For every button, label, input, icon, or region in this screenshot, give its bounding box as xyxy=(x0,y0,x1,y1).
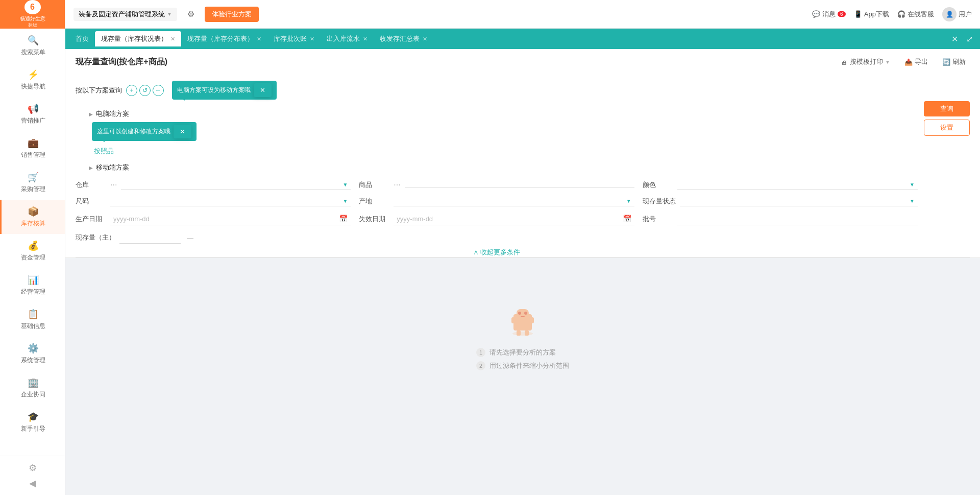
tabs-bar: 首页 现存量（库存状况表） ✕ 现存量（库存分布表） ✕ 库存批次账 ✕ 出入库… xyxy=(65,29,980,49)
sidebar-item-operations[interactable]: 📊 经营管理 xyxy=(0,268,65,302)
query-button[interactable]: 查询 xyxy=(924,101,970,116)
product-label: 商品 xyxy=(359,180,389,190)
scheme-item[interactable]: 按照品 xyxy=(82,143,918,159)
logo-sub: 标版 xyxy=(28,22,37,29)
stock-main-dash: — xyxy=(187,234,193,242)
sidebar-item-search[interactable]: 🔍 搜索菜单 xyxy=(0,29,65,63)
produce-date-input[interactable]: yyyy-mm-dd 📅 xyxy=(110,213,351,225)
print-icon: 🖨 xyxy=(841,58,848,66)
scheme-tree-area: ▶ 电脑端方案 这里可以创建和修改方案哦 ✕ xyxy=(76,106,918,176)
color-select[interactable]: ▼ xyxy=(677,180,918,190)
pc-scheme-tooltip-close[interactable]: ✕ xyxy=(254,83,272,97)
step-1-text: 请先选择要分析的方案 xyxy=(489,348,556,357)
filter-header-actions: + ↺ ← xyxy=(126,85,164,96)
sidebar-item-finance[interactable]: 💰 资金管理 xyxy=(0,234,65,268)
color-arrow-icon: ▼ xyxy=(910,182,915,187)
product-select[interactable] xyxy=(405,183,634,187)
warehouse-dots[interactable]: ··· xyxy=(110,180,117,190)
tab-inventory-dist-close[interactable]: ✕ xyxy=(257,36,261,42)
finance-icon: 💰 xyxy=(28,240,39,251)
search-icon: 🔍 xyxy=(28,35,39,46)
scheme-item-label: 按照品 xyxy=(94,147,114,156)
sidebar-item-quicknav[interactable]: ⚡ 快捷导航 xyxy=(0,63,65,97)
avatar: 👤 xyxy=(942,7,957,21)
refresh-scheme-icon[interactable]: ↺ xyxy=(139,85,151,96)
tab-home-label: 首页 xyxy=(76,35,89,42)
tab-batch-ledger[interactable]: 库存批次账 ✕ xyxy=(267,31,321,46)
add-scheme-icon[interactable]: + xyxy=(126,85,137,96)
pc-scheme-tree-item[interactable]: ▶ 电脑端方案 xyxy=(82,106,918,122)
tab-close-all-icon[interactable]: ✕ xyxy=(948,32,961,46)
user-menu[interactable]: 👤 用户 xyxy=(942,7,972,21)
edit-scheme-tooltip-close[interactable]: ✕ xyxy=(174,125,191,138)
collapse-more[interactable]: ∧ 收起更多条件 xyxy=(76,244,918,257)
sidebar-item-enterprise[interactable]: 🏢 企业协同 xyxy=(0,371,65,405)
message-label: 消息 xyxy=(822,10,836,19)
tab-receipt-summary[interactable]: 收发存汇总表 ✕ xyxy=(374,31,433,46)
sidebar-item-guide[interactable]: 🎓 新手引导 xyxy=(0,405,65,439)
system-selector[interactable]: 装备及固定资产辅助管理系统 ▼ xyxy=(74,8,177,21)
sidebar-item-marketing-label: 营销推广 xyxy=(21,116,45,125)
refresh-btn[interactable]: 🔄 刷新 xyxy=(938,55,970,68)
tab-inout-flow[interactable]: 出入库流水 ✕ xyxy=(321,31,374,46)
filter-rows: 仓库 ··· ▼ 商品 ··· xyxy=(76,180,918,244)
warehouse-field: 仓库 ··· ▼ xyxy=(76,180,351,190)
marketing-icon: 📢 xyxy=(28,103,39,114)
size-label: 尺码 xyxy=(76,197,106,206)
export-btn[interactable]: 📤 导出 xyxy=(900,55,932,68)
selector-arrow-icon: ▼ xyxy=(167,11,172,17)
produce-date-placeholder: yyyy-mm-dd xyxy=(113,215,150,223)
sidebar-item-marketing[interactable]: 📢 营销推广 xyxy=(0,97,65,131)
mobile-scheme-tree-item[interactable]: ▶ 移动端方案 xyxy=(82,159,918,176)
origin-select[interactable]: ▼ xyxy=(394,196,634,206)
tab-inventory-status[interactable]: 现存量（库存状况表） ✕ xyxy=(95,31,181,46)
print-btn[interactable]: 🖨 按模板打印 ▼ xyxy=(837,55,894,68)
page-header: 现存量查询(按仓库+商品) 🖨 按模板打印 ▼ 📤 导出 🔄 刷新 xyxy=(65,49,980,258)
svg-point-0 xyxy=(512,332,533,336)
expire-date-input[interactable]: yyyy-mm-dd 📅 xyxy=(394,213,634,225)
settings-icon[interactable]: ⚙ xyxy=(29,462,37,474)
product-field: 商品 ··· xyxy=(359,180,634,190)
app-download-label: App下载 xyxy=(864,10,889,19)
stock-main-from-input[interactable] xyxy=(119,231,181,244)
tab-home[interactable]: 首页 xyxy=(69,31,95,46)
collapse-icon[interactable]: ◀ xyxy=(29,478,36,489)
stock-status-select[interactable]: ▼ xyxy=(680,196,918,206)
page-actions: 🖨 按模板打印 ▼ 📤 导出 🔄 刷新 xyxy=(837,55,970,68)
refresh-label: 刷新 xyxy=(952,57,966,66)
pc-scheme-tooltip-text: 电脑方案可设为移动方案哦 xyxy=(177,86,251,95)
tab-inventory-status-close[interactable]: ✕ xyxy=(170,36,175,42)
tab-inout-flow-close[interactable]: ✕ xyxy=(363,36,368,42)
sidebar-item-purchase[interactable]: 🛒 采购管理 xyxy=(0,166,65,200)
size-select[interactable]: ▼ xyxy=(110,196,351,206)
pc-scheme-label: 电脑端方案 xyxy=(96,109,129,119)
sidebar-item-sales[interactable]: 💼 销售管理 xyxy=(0,131,65,166)
online-support-label: 在线客服 xyxy=(908,10,934,19)
settings-btn[interactable]: ⚙ xyxy=(183,7,199,21)
topbar: 装备及固定资产辅助管理系统 ▼ ⚙ 体验行业方案 💬 消息 6 📱 App下载 … xyxy=(65,0,980,29)
empty-step-1: 1 请先选择要分析的方案 xyxy=(476,348,569,357)
sidebar-item-system[interactable]: ⚙️ 系统管理 xyxy=(0,337,65,371)
tab-receipt-summary-close[interactable]: ✕ xyxy=(423,36,427,42)
batch-input[interactable] xyxy=(677,213,918,225)
warehouse-select[interactable]: ▼ xyxy=(121,180,351,190)
expire-date-field: 失效日期 yyyy-mm-dd 📅 xyxy=(359,213,634,225)
tab-maximize-icon[interactable]: ⤢ xyxy=(963,32,976,46)
origin-label: 产地 xyxy=(359,197,389,206)
message-badge: 6 xyxy=(838,11,846,17)
online-support-btn[interactable]: 🎧 在线客服 xyxy=(897,10,934,19)
sidebar-item-basic[interactable]: 📋 基础信息 xyxy=(0,302,65,337)
product-dots[interactable]: ··· xyxy=(394,180,400,190)
back-scheme-icon[interactable]: ← xyxy=(153,85,164,96)
industry-scheme-button[interactable]: 体验行业方案 xyxy=(205,7,259,22)
filter-section: 按以下方案查询 + ↺ ← 电脑方案可设为移动方案哦 ✕ xyxy=(76,75,970,257)
tab-batch-ledger-close[interactable]: ✕ xyxy=(310,36,314,42)
sidebar-item-inventory[interactable]: 📦 库存核算 xyxy=(0,200,65,234)
color-label: 颜色 xyxy=(643,180,673,190)
reset-button[interactable]: 设置 xyxy=(924,120,970,136)
main: 装备及固定资产辅助管理系统 ▼ ⚙ 体验行业方案 💬 消息 6 📱 App下载 … xyxy=(65,0,980,495)
tab-inventory-dist[interactable]: 现存量（库存分布表） ✕ xyxy=(181,31,267,46)
export-label: 导出 xyxy=(915,57,928,66)
app-download-btn[interactable]: 📱 App下载 xyxy=(854,10,889,19)
message-btn[interactable]: 💬 消息 6 xyxy=(812,10,846,19)
